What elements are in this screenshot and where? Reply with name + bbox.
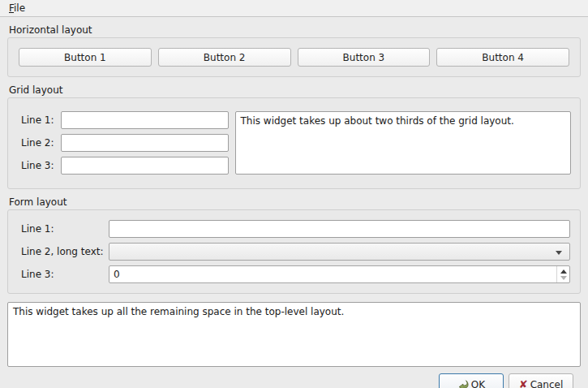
form-line1-label: Line 1: <box>21 223 105 235</box>
dialog-body: Horizontal layout Button 1 Button 2 Butt… <box>0 24 588 388</box>
spin-up-arrow-icon[interactable] <box>560 269 567 274</box>
form-line1-input[interactable] <box>109 220 570 238</box>
green-return-arrow-icon <box>457 379 469 388</box>
dialog-button-box: OK ✘ Cancel <box>7 367 581 388</box>
button-1[interactable]: Button 1 <box>19 48 152 67</box>
button-3[interactable]: Button 3 <box>298 48 431 67</box>
line2-combobox[interactable] <box>109 243 570 261</box>
cancel-button[interactable]: ✘ Cancel <box>509 373 573 388</box>
grid-line1-input[interactable] <box>61 111 229 129</box>
chevron-down-icon <box>556 251 562 255</box>
spin-down-arrow-icon[interactable] <box>560 276 567 280</box>
grid-line3-input[interactable] <box>61 157 229 175</box>
spinbox-value-input[interactable] <box>109 266 556 282</box>
line3-spinbox[interactable] <box>109 265 570 283</box>
menu-bar: File <box>0 0 588 17</box>
bottom-text-edit[interactable]: This widget takes up all the remaining s… <box>7 302 581 367</box>
grid-line3-label: Line 3: <box>21 160 54 171</box>
horizontal-group-title: Horizontal layout <box>9 24 581 36</box>
cancel-button-label: Cancel <box>530 379 564 388</box>
spinbox-buttons <box>556 266 569 282</box>
red-cross-icon: ✘ <box>519 379 528 388</box>
grid-line1-label: Line 1: <box>21 114 54 126</box>
form-group: Line 1: Line 2, long text: Line 3: <box>7 209 581 294</box>
form-group-title: Form layout <box>9 196 581 208</box>
ok-button-label: OK <box>471 379 485 388</box>
grid-group-title: Grid layout <box>9 84 581 96</box>
grid-group: Line 1: This widget takes up about two t… <box>7 97 581 189</box>
button-2[interactable]: Button 2 <box>158 48 291 67</box>
menu-file-rest: ile <box>14 2 25 14</box>
button-4[interactable]: Button 4 <box>436 48 569 67</box>
grid-line2-label: Line 2: <box>21 137 54 149</box>
grid-text-edit[interactable]: This widget takes up about two thirds of… <box>235 111 572 175</box>
menu-file[interactable]: File <box>4 1 30 15</box>
horizontal-group: Button 1 Button 2 Button 3 Button 4 <box>7 37 581 77</box>
form-line3-label: Line 3: <box>21 269 105 280</box>
ok-button[interactable]: OK <box>439 373 504 388</box>
form-line2-label: Line 2, long text: <box>21 246 105 257</box>
grid-line2-input[interactable] <box>61 134 229 152</box>
